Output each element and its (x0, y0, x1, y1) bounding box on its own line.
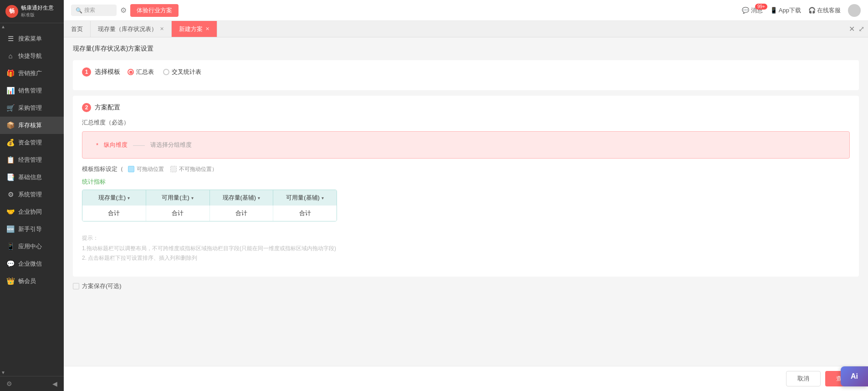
sidebar-item-app-center[interactable]: 📱 应用中心 (0, 238, 64, 255)
indicator-settings-label: 模板指标设定（ 可拖动位置 不可拖动位置） (82, 165, 850, 173)
legend-not-draggable: 不可拖动位置） (170, 165, 217, 173)
indicator-legend: 可拖动位置 不可拖动位置） (128, 165, 217, 173)
box-icon: 📦 (6, 121, 15, 129)
topbar-right: 💬 消息 99+ 📱 App下载 🎧 在线客服 (742, 4, 861, 17)
sidebar-item-marketing[interactable]: 🎁 营销推广 (0, 65, 64, 82)
dimension-dashes: —— (133, 142, 145, 149)
tab-home[interactable]: 首页 (64, 21, 91, 37)
sidebar-item-search-menu[interactable]: ☰ 搜索菜单 (0, 30, 64, 47)
search-icon: 🔍 (76, 7, 82, 14)
bottombar: 取消 查询 (64, 366, 868, 391)
expand-icon[interactable]: ⤢ (858, 25, 864, 33)
col-chevron-2[interactable]: ▾ (258, 196, 260, 201)
clipboard-icon: 📋 (6, 156, 15, 164)
topbar-gear-icon[interactable]: ⚙ (120, 6, 127, 15)
sidebar-item-inventory[interactable]: 📦 库存核算 (0, 117, 64, 134)
sidebar-item-operations[interactable]: 📋 经营管理 (0, 151, 64, 169)
app-download-btn[interactable]: 📱 App下载 (770, 6, 801, 15)
handshake-icon: 🤝 (6, 208, 15, 216)
not-draggable-box (170, 166, 177, 172)
search-box[interactable]: 🔍 搜索 (71, 5, 117, 16)
sidebar-nav: ☰ 搜索菜单 ⌂ 快捷导航 🎁 营销推广 📊 销售管理 🛒 采购管理 📦 库存核… (0, 30, 64, 369)
sidebar-item-label: 系统管理 (18, 190, 42, 199)
trial-btn[interactable]: 体验行业方案 (130, 4, 179, 17)
sidebar-item-sales[interactable]: 📊 销售管理 (0, 82, 64, 99)
sidebar-item-guide[interactable]: 🆕 新手引导 (0, 221, 64, 238)
sidebar-item-label: 资金管理 (18, 139, 42, 147)
step2-badge: 2 (82, 103, 91, 112)
settings-icon[interactable]: ⚙ (6, 380, 12, 387)
sidebar-logo: 畅 畅康通好生意 标准版 (0, 0, 64, 23)
col-chevron-1[interactable]: ▾ (191, 196, 194, 201)
save-checkbox[interactable] (73, 283, 79, 289)
sidebar-item-label: 销售管理 (18, 87, 42, 95)
sidebar-item-purchase[interactable]: 🛒 采购管理 (0, 99, 64, 117)
tab-close-new-scheme[interactable]: ✕ (205, 26, 209, 32)
sidebar-item-label: 快捷导航 (18, 52, 42, 60)
stats-table-body: 合计 合计 合计 合计 (82, 206, 337, 221)
cancel-button[interactable]: 取消 (786, 371, 821, 386)
app-icon: 📱 (770, 7, 777, 14)
logo-icon: 畅 (5, 5, 18, 18)
option-cross[interactable]: 交叉统计表 (163, 68, 201, 76)
sidebar-item-label: 新手引导 (18, 225, 42, 233)
close-panel-icon[interactable]: ✕ (849, 25, 855, 33)
sidebar-item-label: 采购管理 (18, 104, 42, 112)
message-btn[interactable]: 💬 消息 99+ (742, 6, 763, 15)
sidebar-item-wechat[interactable]: 💬 企业微信 (0, 255, 64, 273)
page-title: 现存量(库存状况表)方案设置 (73, 45, 859, 53)
dimension-label: 汇总维度（必选） (82, 118, 850, 127)
sidebar-item-finance[interactable]: 💰 资金管理 (0, 134, 64, 151)
tab-inventory-status[interactable]: 现存量（库存状况表） ✕ (91, 21, 172, 37)
message-icon: 💬 (742, 7, 749, 14)
sidebar-item-basic-info[interactable]: 📑 基础信息 (0, 169, 64, 186)
radio-summary[interactable] (128, 69, 134, 75)
money-icon: 💰 (6, 139, 15, 147)
main-content: 🔍 搜索 ⚙ 体验行业方案 💬 消息 99+ 📱 App下载 🎧 在线客服 (64, 0, 868, 391)
sidebar-item-system[interactable]: ⚙ 系统管理 (0, 186, 64, 203)
tips-title: 提示： (82, 234, 850, 242)
sidebar-scroll-down[interactable]: ▼ (0, 369, 64, 376)
sidebar-item-member[interactable]: 👑 畅会员 (0, 273, 64, 290)
step1-section: 1 选择模板 汇总表 交叉统计表 (73, 60, 859, 90)
crown-icon: 👑 (6, 277, 15, 285)
step1-badge: 1 (82, 67, 91, 77)
tabbar: 首页 现存量（库存状况表） ✕ 新建方案 ✕ ✕ ⤢ (64, 21, 868, 37)
tab-new-scheme[interactable]: 新建方案 ✕ (172, 21, 217, 37)
col-chevron-3[interactable]: ▾ (322, 196, 324, 201)
doc-icon: 📑 (6, 173, 15, 181)
step2-header: 2 方案配置 (82, 103, 850, 112)
ai-fab-button[interactable]: Ai (841, 366, 868, 386)
option-summary[interactable]: 汇总表 (128, 68, 154, 76)
save-option: 方案保存(可选) (73, 282, 859, 290)
stats-table-header: 现存量(主) ▾ 可用量(主) ▾ 现存量(基辅) ▾ (82, 190, 337, 206)
online-service-btn[interactable]: 🎧 在线客服 (808, 6, 841, 15)
gift-icon: 🎁 (6, 69, 15, 77)
collapse-icon[interactable]: ◀ (52, 380, 57, 387)
sidebar-scroll-up[interactable]: ▲ (0, 23, 64, 30)
save-label: 方案保存(可选) (82, 282, 122, 290)
template-options: 汇总表 交叉统计表 (128, 68, 201, 76)
step1-header: 1 选择模板 汇总表 交叉统计表 (82, 67, 850, 77)
tab-close-inventory[interactable]: ✕ (160, 26, 164, 32)
legend-draggable: 可拖动位置 (128, 165, 164, 173)
chat-icon: 💬 (6, 260, 15, 268)
sidebar-item-label: 经营管理 (18, 156, 42, 164)
step2-section: 2 方案配置 汇总维度（必选） * 纵向维度 —— 请选择分组维度 模板指标设定… (73, 96, 859, 277)
col-chevron-0[interactable]: ▾ (128, 196, 130, 201)
sidebar-item-label: 基础信息 (18, 173, 42, 181)
radio-cross[interactable] (163, 69, 169, 75)
stats-body-0: 合计 (82, 206, 146, 221)
stats-col-1: 可用量(主) ▾ (146, 190, 210, 206)
message-badge: 99+ (755, 4, 767, 10)
stats-title: 统计指标 (82, 178, 850, 186)
sidebar-item-enterprise[interactable]: 🤝 企业协同 (0, 203, 64, 221)
page-body: 现存量(库存状况表)方案设置 1 选择模板 汇总表 交叉统计表 (64, 37, 868, 298)
step1-title: 选择模板 (95, 68, 120, 76)
stats-body-2: 合计 (210, 206, 274, 221)
sidebar-item-quick-nav[interactable]: ⌂ 快捷导航 (0, 47, 64, 65)
stats-col-3: 可用量(基辅) ▾ (273, 190, 337, 206)
dimension-box: * 纵向维度 —— 请选择分组维度 (82, 131, 850, 159)
sidebar-item-label: 营销推广 (18, 69, 42, 77)
user-avatar[interactable] (848, 4, 861, 17)
